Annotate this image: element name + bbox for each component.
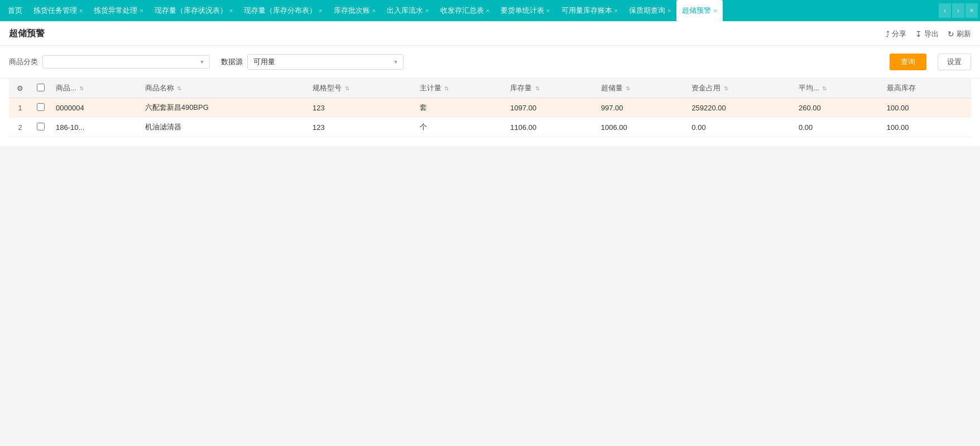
query-button[interactable]: 查询 [890,54,926,70]
row-checkbox-cell[interactable] [31,98,50,118]
row-stock: 1106.00 [505,118,595,137]
data-table: ⚙ 商品... ⇅ 商品名称 ⇅ 规格型号 ⇅ [9,79,971,137]
row-capital: 0.00 [686,118,793,137]
datasource-select-value: 可用量 [253,57,275,67]
row-code: 186-10... [50,118,140,137]
row-code: 0000004 [50,98,140,118]
gear-icon: ⚙ [17,84,23,93]
nav-item-pick-task[interactable]: 拣货任务管理 × [28,0,88,21]
nav-prev-button[interactable]: ‹ [939,3,951,18]
row-stock: 1097.00 [505,98,595,118]
nav-next-button[interactable]: › [952,3,964,18]
share-icon: ⤴ [886,30,890,38]
row-avg: 260.00 [793,98,881,118]
header-actions: ⤴ 分享 ↧ 导出 ↻ 刷新 [886,29,971,39]
close-icon[interactable]: × [229,7,233,14]
table-header-row: ⚙ 商品... ⇅ 商品名称 ⇅ 规格型号 ⇅ [9,79,971,98]
table-area: ⚙ 商品... ⇅ 商品名称 ⇅ 规格型号 ⇅ [0,79,980,146]
close-icon[interactable]: × [319,7,322,14]
col-max-stock[interactable]: 最高库存 [881,79,971,98]
row-unit: 个 [414,118,505,137]
row-checkbox-cell[interactable] [31,118,50,137]
category-filter-group: 商品分类 ▾ [9,55,210,69]
row-overstock: 997.00 [595,98,686,118]
row-overstock: 1006.00 [595,118,686,137]
table-row: 2 186-10... 机油滤清器 123 个 1106.00 1006.00 … [9,118,971,137]
col-spec[interactable]: 规格型号 ⇅ [307,79,414,98]
datasource-select[interactable]: 可用量 ▾ [247,54,403,70]
export-button[interactable]: ↧ 导出 [915,29,939,39]
col-unit[interactable]: 主计量 ⇅ [414,79,505,98]
nav-item-inout-flow[interactable]: 出入库流水 × [381,0,434,21]
row-checkbox[interactable] [37,123,45,130]
sort-icon: ⇅ [79,85,84,91]
row-spec: 123 [307,118,414,137]
close-icon[interactable]: × [713,7,717,14]
nav-item-home[interactable]: 首页 [2,0,28,21]
chevron-down-icon: ▾ [394,58,397,66]
row-name: 机油滤清器 [140,118,307,137]
row-number: 1 [9,98,31,118]
nav-bar: 首页 拣货任务管理 × 拣货异常处理 × 现存量（库存状况表） × 现存量（库存… [0,0,980,21]
col-code[interactable]: 商品... ⇅ [50,79,140,98]
row-unit: 套 [414,98,505,118]
category-label: 商品分类 [9,57,38,67]
row-spec: 123 [307,98,414,118]
share-button[interactable]: ⤴ 分享 [886,29,906,39]
row-max-stock: 100.00 [881,118,971,137]
row-checkbox[interactable] [37,103,45,111]
nav-item-pick-exception[interactable]: 拣货异常处理 × [88,0,148,21]
table-row: 1 0000004 六配套新昌490BPG 123 套 1097.00 997.… [9,98,971,118]
chevron-down-icon: ▾ [200,58,204,66]
sort-icon: ⇅ [535,85,540,91]
close-icon[interactable]: × [140,7,143,14]
col-overstock[interactable]: 超储量 ⇅ [595,79,686,98]
nav-item-order-stat[interactable]: 要货单统计表 × [495,0,555,21]
sort-icon: ⇅ [724,85,728,91]
table-select-all-header[interactable] [31,79,50,98]
nav-item-available-stock[interactable]: 可用量库存账本 × [556,0,623,21]
row-capital: 259220.00 [686,98,793,118]
row-max-stock: 100.00 [881,98,971,118]
export-icon: ↧ [915,30,922,38]
filter-area: 商品分类 ▾ 数据源 可用量 ▾ 查询 设置 [0,46,980,79]
refresh-button[interactable]: ↻ 刷新 [948,29,971,39]
col-stock[interactable]: 库存量 ⇅ [505,79,595,98]
category-select[interactable]: ▾ [42,55,210,69]
datasource-filter-group: 数据源 可用量 ▾ [221,54,403,70]
close-icon[interactable]: × [486,7,489,14]
nav-item-stock-dist[interactable]: 现存量（库存分布表） × [238,0,328,21]
sort-icon: ⇅ [444,85,449,91]
close-icon[interactable]: × [667,7,671,14]
sort-icon: ⇅ [345,85,349,91]
close-icon[interactable]: × [425,7,429,14]
page-title: 超储预警 [9,28,45,40]
datasource-label: 数据源 [221,57,243,67]
page-header: 超储预警 ⤴ 分享 ↧ 导出 ↻ 刷新 [0,21,980,46]
close-icon[interactable]: × [79,7,83,14]
nav-arrows: ‹ › × [939,3,978,18]
nav-close-button[interactable]: × [965,3,978,18]
nav-item-overstock-warning[interactable]: 超储预警 × [676,0,722,21]
page-container: 超储预警 ⤴ 分享 ↧ 导出 ↻ 刷新 商品分类 ▾ 数据源 [0,21,980,146]
table-settings-header[interactable]: ⚙ [9,79,31,98]
close-icon[interactable]: × [614,7,618,14]
close-icon[interactable]: × [372,7,376,14]
refresh-icon: ↻ [948,30,954,38]
col-avg[interactable]: 平均... ⇅ [793,79,881,98]
sort-icon: ⇅ [177,85,181,91]
nav-item-receive-summary[interactable]: 收发存汇总表 × [435,0,495,21]
nav-item-stock-batch[interactable]: 库存批次账 × [328,0,381,21]
row-avg: 0.00 [793,118,881,137]
sort-icon: ⇅ [626,85,630,91]
nav-item-stock-status[interactable]: 现存量（库存状况表） × [149,0,238,21]
select-all-checkbox[interactable] [37,84,45,91]
settings-button[interactable]: 设置 [938,54,971,70]
sort-icon: ⇅ [822,85,827,91]
col-capital[interactable]: 资金占用 ⇅ [686,79,793,98]
row-number: 2 [9,118,31,137]
row-name: 六配套新昌490BPG [140,98,307,118]
close-icon[interactable]: × [546,7,550,14]
nav-item-quality-check[interactable]: 保质期查询 × [623,0,676,21]
col-name[interactable]: 商品名称 ⇅ [140,79,307,98]
